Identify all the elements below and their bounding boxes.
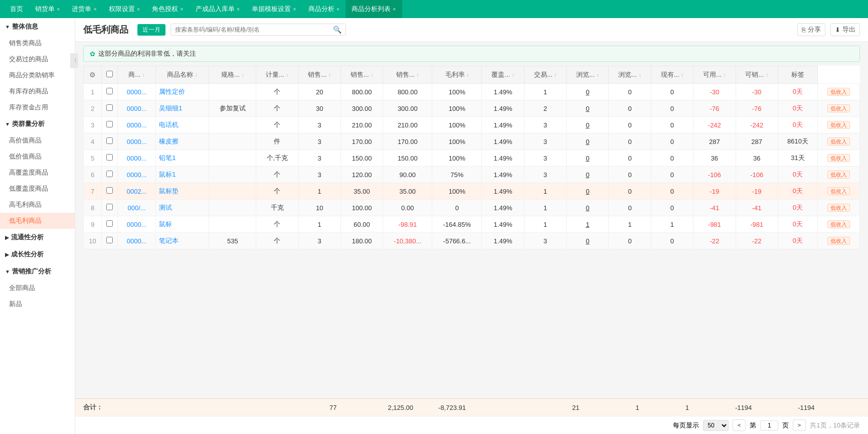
row-trade[interactable]: 0: [567, 233, 609, 249]
nav-product-analysis[interactable]: 商品分析 ×: [302, 0, 345, 18]
row-checkbox[interactable]: [102, 100, 118, 117]
row-checkbox[interactable]: [102, 150, 118, 167]
row-name[interactable]: 笔记本: [156, 233, 209, 249]
nav-product-entry-close[interactable]: ×: [237, 6, 240, 12]
nav-product-entry[interactable]: 产成品入库单 ×: [190, 0, 246, 18]
next-page-btn[interactable]: ＞: [793, 419, 806, 431]
row-select-checkbox[interactable]: [106, 104, 113, 111]
sidebar-item-all-products[interactable]: 全部商品: [0, 280, 75, 296]
sort-name-icon[interactable]: ↕: [195, 72, 198, 78]
search-icon[interactable]: 🔍: [333, 26, 341, 34]
sidebar-item-high-coverage[interactable]: 高覆盖度商品: [0, 165, 75, 181]
sidebar-item-low-margin[interactable]: 低毛利商品: [0, 213, 75, 229]
row-trade[interactable]: 0: [567, 183, 609, 200]
row-trade[interactable]: 0: [567, 200, 609, 216]
nav-product-analysis-list-close[interactable]: ×: [393, 6, 396, 12]
sidebar-collapse-btn[interactable]: 《: [70, 53, 78, 68]
nav-permission[interactable]: 权限设置 ×: [103, 0, 146, 18]
sidebar-section-marketing[interactable]: ▼ 营销推广分析: [0, 263, 75, 280]
nav-template-close[interactable]: ×: [293, 6, 296, 12]
row-select-checkbox[interactable]: [106, 204, 113, 210]
row-checkbox[interactable]: [102, 167, 118, 183]
nav-sales-close[interactable]: ×: [57, 6, 60, 12]
row-trade[interactable]: 0: [567, 167, 609, 183]
row-name[interactable]: 鼠标1: [156, 167, 209, 183]
row-checkbox[interactable]: [102, 117, 118, 133]
row-checkbox[interactable]: [102, 183, 118, 200]
sidebar-item-low-coverage[interactable]: 低覆盖度商品: [0, 181, 75, 197]
sort-code-icon[interactable]: ↕: [142, 72, 145, 78]
row-select-checkbox[interactable]: [106, 137, 113, 144]
sort-unit-icon[interactable]: ↕: [286, 72, 289, 78]
row-checkbox[interactable]: [102, 133, 118, 150]
search-input[interactable]: [175, 26, 333, 33]
sidebar-section-cluster[interactable]: ▼ 类群量分析: [0, 115, 75, 132]
row-checkbox[interactable]: [102, 216, 118, 233]
sidebar-item-sales-products[interactable]: 销售类商品: [0, 35, 75, 51]
row-name[interactable]: 橡皮擦: [156, 133, 209, 150]
nav-role[interactable]: 角色授权 ×: [146, 0, 189, 18]
row-select-checkbox[interactable]: [106, 88, 113, 94]
row-select-checkbox[interactable]: [106, 237, 113, 243]
row-name[interactable]: 鼠标垫: [156, 183, 209, 200]
sidebar-item-traded-products[interactable]: 交易过的商品: [0, 51, 75, 67]
nav-template[interactable]: 单据模板设置 ×: [246, 0, 302, 18]
nav-purchase-close[interactable]: ×: [93, 6, 96, 12]
sort-spec-icon[interactable]: ↕: [242, 72, 244, 78]
sort-salesqty-icon[interactable]: ↕: [328, 72, 331, 78]
nav-sales[interactable]: 销货单 ×: [29, 0, 66, 18]
sidebar-section-overall[interactable]: ▼ 整体信息: [0, 18, 75, 35]
row-name[interactable]: 属性定价: [156, 84, 209, 100]
nav-permission-close[interactable]: ×: [137, 6, 140, 12]
sort-current-icon[interactable]: ↕: [681, 72, 683, 78]
filter-period-btn[interactable]: 近一月: [137, 24, 165, 36]
sort-saleable-icon[interactable]: ↕: [766, 72, 768, 78]
sort-browse1-icon[interactable]: ↕: [596, 72, 599, 78]
sort-salesamt-icon[interactable]: ↕: [417, 72, 419, 78]
row-trade[interactable]: 0: [567, 84, 609, 100]
row-select-checkbox[interactable]: [106, 121, 113, 127]
sidebar-item-in-stock[interactable]: 有库存的商品: [0, 83, 75, 99]
prev-page-btn[interactable]: ＜: [733, 419, 746, 431]
row-trade[interactable]: 0: [567, 150, 609, 167]
nav-purchase[interactable]: 进货单 ×: [66, 0, 102, 18]
row-name[interactable]: 铅笔1: [156, 150, 209, 167]
row-name[interactable]: 电话机: [156, 117, 209, 133]
export-btn[interactable]: ⬇ 导出: [830, 23, 860, 36]
row-trade[interactable]: 0: [567, 100, 609, 117]
sidebar-item-low-value[interactable]: 低价值商品: [0, 149, 75, 165]
share-btn[interactable]: ⎘ 分享: [797, 23, 825, 36]
select-all-checkbox[interactable]: [106, 71, 113, 77]
sidebar-item-high-margin[interactable]: 高毛利商品: [0, 197, 75, 213]
nav-home[interactable]: 首页: [4, 0, 29, 18]
col-settings[interactable]: ⚙: [84, 66, 102, 84]
sort-trade-icon[interactable]: ↕: [554, 72, 557, 78]
sort-available-icon[interactable]: ↕: [724, 72, 726, 78]
nav-product-analysis-close[interactable]: ×: [336, 6, 339, 12]
row-checkbox[interactable]: [102, 200, 118, 216]
per-page-select[interactable]: 50 20 100: [703, 420, 729, 431]
row-trade[interactable]: 1: [567, 216, 609, 233]
col-checkbox[interactable]: [102, 66, 118, 84]
sidebar-item-category-assist[interactable]: 商品分类助销率: [0, 67, 75, 83]
row-checkbox[interactable]: [102, 84, 118, 100]
settings-icon[interactable]: ⚙: [89, 71, 96, 79]
sidebar-item-capital[interactable]: 库存资金占用: [0, 99, 75, 115]
nav-product-analysis-list[interactable]: 商品分析列表 ×: [345, 0, 402, 18]
row-select-checkbox[interactable]: [106, 171, 113, 177]
sidebar-item-high-value[interactable]: 高价值商品: [0, 132, 75, 149]
page-input[interactable]: [760, 420, 778, 430]
sort-coverage-icon[interactable]: ↕: [512, 72, 514, 78]
row-select-checkbox[interactable]: [106, 220, 113, 227]
nav-role-close[interactable]: ×: [180, 6, 183, 12]
row-select-checkbox[interactable]: [106, 154, 113, 161]
sort-gross-icon[interactable]: ↕: [466, 72, 469, 78]
row-select-checkbox[interactable]: [106, 187, 113, 194]
row-name[interactable]: 测试: [156, 200, 209, 216]
sort-browse2-icon[interactable]: ↕: [639, 72, 641, 78]
row-checkbox[interactable]: [102, 233, 118, 249]
sidebar-item-new-products[interactable]: 新品: [0, 296, 75, 312]
row-trade[interactable]: 0: [567, 117, 609, 133]
sort-salesprice-icon[interactable]: ↕: [371, 72, 373, 78]
row-trade[interactable]: 0: [567, 133, 609, 150]
